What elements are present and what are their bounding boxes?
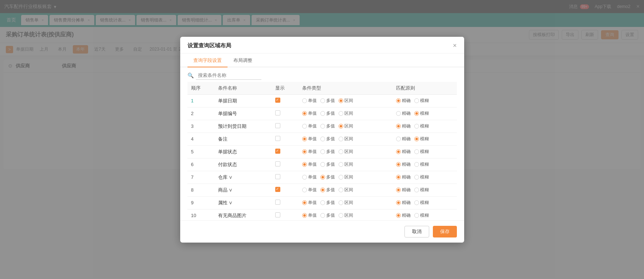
row-2-match-fuzzy[interactable]: 模糊: [414, 123, 429, 129]
row-6-type-multi[interactable]: 多值: [320, 174, 335, 180]
row-5-display[interactable]: [272, 158, 299, 171]
row-8-checkbox[interactable]: [275, 200, 280, 205]
modal-overlay: 设置查询区域布局 × 查询字段设置 布局调整 🔍 顺序 条件名称: [0, 0, 644, 279]
row-8-match-exact[interactable]: 精确: [396, 200, 411, 206]
row-2-type-multi[interactable]: 多值: [320, 123, 335, 129]
row-7-match-exact[interactable]: 精确: [396, 187, 411, 193]
row-2-match-exact[interactable]: 精确: [396, 123, 411, 129]
row-5-checkbox[interactable]: [275, 161, 280, 166]
row-3-name: 备注: [214, 133, 272, 145]
row-4-type-single[interactable]: 单值: [302, 149, 317, 155]
th-display: 显示: [272, 82, 299, 95]
row-9-display[interactable]: [272, 209, 299, 220]
th-match: 匹配原则: [392, 82, 457, 95]
row-3-type-single[interactable]: 单值: [302, 136, 317, 142]
row-0-type-single[interactable]: 单值: [302, 98, 317, 104]
row-0-type-range[interactable]: 区间: [339, 98, 353, 104]
row-3-type-range[interactable]: 区间: [339, 136, 353, 142]
modal-tab-layout[interactable]: 布局调整: [228, 54, 258, 67]
cancel-button[interactable]: 取消: [404, 226, 429, 237]
row-8-match-fuzzy[interactable]: 模糊: [414, 200, 429, 206]
row-4-match-exact[interactable]: 精确: [396, 149, 411, 155]
row-9-match-fuzzy[interactable]: 模糊: [414, 212, 429, 219]
row-6-type-range[interactable]: 区间: [339, 174, 353, 180]
row-6-checkbox[interactable]: [275, 174, 280, 179]
row-0-match-exact[interactable]: 精确: [396, 98, 411, 104]
modal-footer: 取消 保存: [180, 220, 464, 243]
row-5-type-multi[interactable]: 多值: [320, 161, 335, 168]
save-button[interactable]: 保存: [433, 226, 457, 237]
row-5-match-exact[interactable]: 精确: [396, 161, 411, 168]
row-5-type: 单值多值区间: [299, 158, 392, 171]
row-9-match-exact[interactable]: 精确: [396, 212, 411, 219]
row-7-checkbox[interactable]: [275, 187, 280, 192]
row-6-type: 单值多值区间: [299, 171, 392, 184]
row-9-type-multi[interactable]: 多值: [320, 212, 335, 219]
row-4-type: 单值多值区间: [299, 145, 392, 158]
row-2-display[interactable]: [272, 120, 299, 133]
row-1-type-multi[interactable]: 多值: [320, 110, 335, 117]
row-1-type-single[interactable]: 单值: [302, 110, 317, 117]
row-3-order: 4: [187, 133, 214, 145]
row-8-type: 单值多值区间: [299, 196, 392, 209]
row-1-display[interactable]: [272, 107, 299, 120]
row-7-type-range[interactable]: 区间: [339, 187, 353, 193]
row-3-match: 精确模糊: [392, 133, 457, 145]
modal-tab-query-fields[interactable]: 查询字段设置: [187, 54, 228, 67]
row-5-type-single[interactable]: 单值: [302, 161, 317, 168]
row-8-type-multi[interactable]: 多值: [320, 200, 335, 206]
row-7-type-single[interactable]: 单值: [302, 187, 317, 193]
row-6-match-exact[interactable]: 精确: [396, 174, 411, 180]
row-0-display[interactable]: [272, 94, 299, 107]
conditions-table: 顺序 条件名称 显示 条件类型 匹配原则 1单据日期单值多值区间精确模糊2单据编…: [187, 82, 457, 220]
row-7-match: 精确模糊: [392, 184, 457, 196]
row-4-checkbox[interactable]: [275, 149, 280, 154]
row-8-type-single[interactable]: 单值: [302, 200, 317, 206]
row-7-display[interactable]: [272, 184, 299, 196]
row-3-match-fuzzy[interactable]: 模糊: [414, 136, 429, 142]
row-9-checkbox[interactable]: [275, 212, 280, 217]
row-0-checkbox[interactable]: [275, 98, 280, 103]
table-row: 9属性 ∨单值多值区间精确模糊: [187, 196, 457, 209]
search-input[interactable]: [196, 71, 261, 80]
row-3-display[interactable]: [272, 133, 299, 145]
row-1-match-fuzzy[interactable]: 模糊: [414, 110, 429, 117]
row-6-display[interactable]: [272, 171, 299, 184]
row-3-type-multi[interactable]: 多值: [320, 136, 335, 142]
row-1-type-range[interactable]: 区间: [339, 110, 353, 117]
row-4-display[interactable]: [272, 145, 299, 158]
row-3-match-exact[interactable]: 精确: [396, 136, 411, 142]
row-9-type-range[interactable]: 区间: [339, 212, 353, 219]
row-1-match-exact[interactable]: 精确: [396, 110, 411, 117]
row-6-name: 仓库 ∨: [214, 171, 272, 184]
row-2-order: 3: [187, 120, 214, 133]
row-2-type-single[interactable]: 单值: [302, 123, 317, 129]
row-5-type-range[interactable]: 区间: [339, 161, 353, 168]
row-7-type: 单值多值区间: [299, 184, 392, 196]
row-3-type: 单值多值区间: [299, 133, 392, 145]
row-1-checkbox[interactable]: [275, 110, 280, 115]
row-5-match-fuzzy[interactable]: 模糊: [414, 161, 429, 168]
row-4-type-range[interactable]: 区间: [339, 149, 353, 155]
row-6-order: 7: [187, 171, 214, 184]
row-8-order: 9: [187, 196, 214, 209]
row-6-match: 精确模糊: [392, 171, 457, 184]
row-4-match-fuzzy[interactable]: 模糊: [414, 149, 429, 155]
row-6-type-single[interactable]: 单值: [302, 174, 317, 180]
row-2-type-range[interactable]: 区间: [339, 123, 353, 129]
row-8-display[interactable]: [272, 196, 299, 209]
row-7-type-multi[interactable]: 多值: [320, 187, 335, 193]
row-9-type-single[interactable]: 单值: [302, 212, 317, 219]
row-6-match-fuzzy[interactable]: 模糊: [414, 174, 429, 180]
table-row: 4备注单值多值区间精确模糊: [187, 133, 457, 145]
row-9-type: 单值多值区间: [299, 209, 392, 220]
row-0-type-multi[interactable]: 多值: [320, 98, 335, 104]
row-0-match: 精确模糊: [392, 94, 457, 107]
row-8-type-range[interactable]: 区间: [339, 200, 353, 206]
row-3-checkbox[interactable]: [275, 136, 280, 141]
modal-close-button[interactable]: ×: [453, 42, 457, 50]
row-2-checkbox[interactable]: [275, 123, 280, 128]
row-7-match-fuzzy[interactable]: 模糊: [414, 187, 429, 193]
row-4-type-multi[interactable]: 多值: [320, 149, 335, 155]
row-0-match-fuzzy[interactable]: 模糊: [414, 98, 429, 104]
